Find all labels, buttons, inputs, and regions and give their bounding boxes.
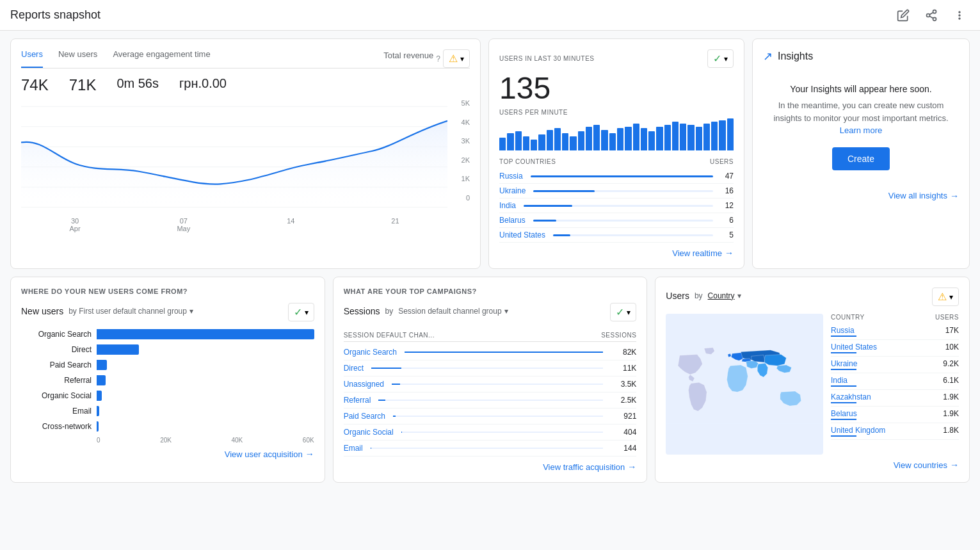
h-bar-fill [97,421,99,432]
map-subtitle: Users by Country ▾ [666,291,741,301]
h-bar-track [97,391,314,401]
realtime-filter-btn[interactable]: ✓ ▾ [707,49,734,68]
learn-more-link[interactable]: Learn more [840,125,882,135]
x-label-apr30: 30Apr [69,217,80,232]
h-bar-fill [97,329,314,339]
country-bar-wrap [531,175,713,177]
h-bar-label: Email [21,407,92,416]
session-value: 82K [611,348,636,357]
country-name[interactable]: Ukraine [499,186,526,195]
map-country-name[interactable]: Ukraine [831,359,857,368]
realtime-bar [547,130,553,151]
insights-sub-text: In the meantime, you can create new cust… [773,99,949,137]
h-bar-track [97,421,314,432]
chevron-right-campaigns: → [627,462,636,472]
main-content: Users New users Average engagement time … [0,31,980,490]
y-label-4k: 4K [451,118,470,126]
tab-revenue[interactable]: Total revenue [383,51,433,67]
country-underline [831,385,856,387]
session-name[interactable]: Unassigned [344,380,384,389]
more-button[interactable] [949,5,970,26]
h-bar-label: Cross-network [21,422,92,431]
green-check-icon: ✓ [713,53,721,65]
revenue-value: грн.0.00 [179,76,227,91]
tab-engagement[interactable]: Average engagement time [113,49,210,68]
tab-users[interactable]: Users [21,49,43,68]
svg-point-0 [933,10,936,13]
world-map-svg [666,314,823,455]
share-button[interactable] [921,5,942,26]
session-row: Unassigned 3.5K [344,376,637,392]
x-label-may07: 07May [177,217,190,232]
map-country-row: Russia 17K [831,323,959,340]
map-country-name[interactable]: Russia [831,326,856,335]
revenue-warning-btn[interactable]: ⚠ ▾ [443,49,470,68]
realtime-label: USERS IN LAST 30 MINUTES [499,55,595,62]
realtime-bar [586,127,592,151]
h-bar-row: Organic Search [21,329,314,339]
map-country-name[interactable]: United States [831,343,877,352]
map-filter-btn[interactable]: ⚠ ▾ [932,287,959,306]
map-country-value: 1.8K [943,426,959,437]
map-country-name[interactable]: United Kingdom [831,426,885,435]
map-country-name[interactable]: India [831,376,856,385]
realtime-bar [680,124,686,151]
map-country-value: 1.9K [943,392,959,403]
h-bar-track [97,344,314,355]
chart-y-labels: 5K 4K 3K 2K 1K 0 [451,99,470,202]
realtime-header: USERS IN LAST 30 MINUTES ✓ ▾ [499,49,734,68]
tab-new-users[interactable]: New users [58,49,97,68]
insights-main-text: Your Insights will appear here soon. [773,84,949,94]
session-bar [393,416,396,417]
map-country-name[interactable]: Belarus [831,409,857,418]
h-bar-fill [97,344,139,355]
realtime-bar [499,138,506,150]
session-name[interactable]: Direct [344,364,364,373]
view-user-acquisition-link[interactable]: View user acquisition → [21,449,314,459]
campaigns-subtitle: Sessions by Session default channel grou… [344,306,508,316]
view-countries-link[interactable]: View countries → [666,460,959,470]
session-name[interactable]: Paid Search [344,412,385,421]
view-traffic-acquisition-link[interactable]: View traffic acquisition → [344,462,637,472]
h-bar-label: Direct [21,345,92,354]
country-name[interactable]: India [499,201,516,210]
session-name[interactable]: Organic Search [344,348,397,357]
acquisition-filter-btn[interactable]: ✓ ▾ [288,303,314,321]
map-country-name[interactable]: Kazakhstan [831,392,871,401]
map-filter-row: Users by Country ▾ ⚠ ▾ [666,287,959,306]
country-value: 12 [721,201,734,210]
view-all-insights-link[interactable]: View all insights → [763,191,959,201]
create-button[interactable]: Create [832,147,890,170]
edit-button[interactable] [893,5,913,26]
country-bar-wrap [553,234,713,236]
realtime-bar [601,130,607,151]
h-bar-row: Referral [21,375,314,385]
map-table-header: COUNTRY USERS [831,314,959,321]
h-bar-track [97,360,314,370]
view-realtime-link[interactable]: View realtime → [499,248,734,258]
session-name[interactable]: Referral [344,396,371,405]
session-name[interactable]: Email [344,444,363,453]
acquisition-subtitle: New users by First user default channel … [21,306,193,316]
realtime-count: 135 [499,73,734,104]
world-map [666,314,823,455]
h-bar-fill [97,375,106,385]
realtime-bar [641,128,647,150]
realtime-bar [562,133,568,151]
h-bar-fill [97,406,99,416]
country-name[interactable]: Russia [499,172,523,181]
insights-title: Insights [778,51,813,62]
map-country-name-wrap: Belarus [831,409,857,420]
revenue-info-icon[interactable]: ? [436,54,440,63]
realtime-bar [538,134,545,150]
country-row: United States 5 [499,228,734,243]
country-bar-wrap [524,205,713,207]
realtime-bar [617,128,623,150]
session-bar [371,368,401,369]
session-name[interactable]: Organic Social [344,428,394,437]
country-name[interactable]: United States [499,231,545,239]
dropdown-arrow-realtime: ▾ [724,54,728,63]
campaigns-filter-btn[interactable]: ✓ ▾ [610,303,636,321]
country-name[interactable]: Belarus [499,216,526,225]
h-bar-fill [97,360,107,370]
